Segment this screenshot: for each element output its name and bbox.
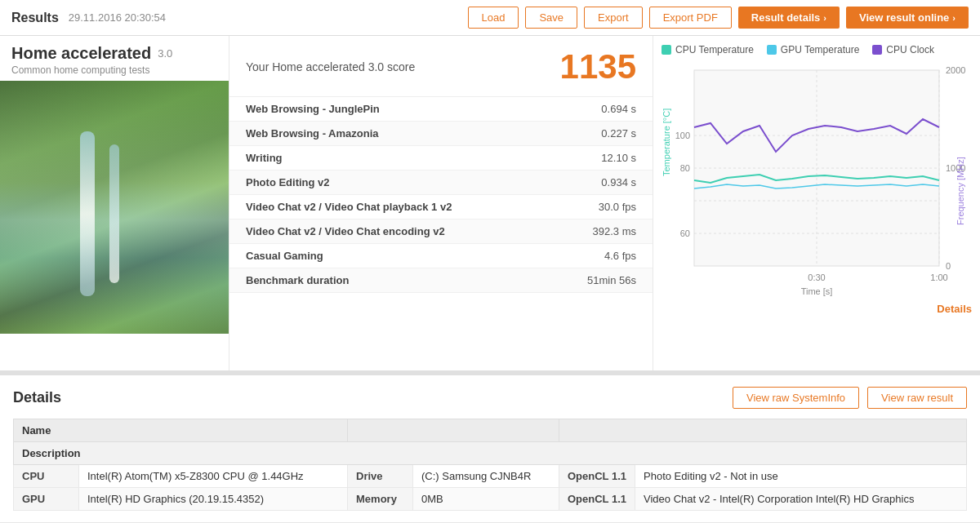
export-button[interactable]: Export <box>584 7 643 29</box>
load-button[interactable]: Load <box>468 7 519 29</box>
chart-svg: 100 80 60 2000 1000 0 0:30 1:00 Temperat… <box>662 62 972 299</box>
test-value: 4.6 fps <box>545 244 653 268</box>
top-section: Home accelerated 3.0 Common home computi… <box>0 36 980 370</box>
legend-item: CPU Temperature <box>662 44 754 55</box>
test-name: Writing <box>229 146 545 171</box>
middle-panel: Your Home accelerated 3.0 score 1135 Web… <box>229 36 653 370</box>
test-name: Benchmark duration <box>229 268 545 293</box>
drive-label: Drive <box>348 465 413 488</box>
chart-details-link[interactable]: Details <box>937 303 972 315</box>
legend-label: CPU Temperature <box>675 44 754 55</box>
details-section: Details View raw SystemInfo View raw res… <box>0 370 980 522</box>
score-value: 1135 <box>560 47 636 86</box>
svg-text:Temperature [°C]: Temperature [°C] <box>662 109 671 176</box>
legend-item: CPU Clock <box>872 44 934 55</box>
view-raw-result-button[interactable]: View raw result <box>867 387 967 409</box>
legend-label: CPU Clock <box>886 44 934 55</box>
score-header: Your Home accelerated 3.0 score 1135 <box>229 36 653 97</box>
svg-text:1:00: 1:00 <box>930 273 947 282</box>
test-row: Video Chat v2 / Video Chat playback 1 v2… <box>229 195 653 219</box>
test-row: Web Browsing - JunglePin0.694 s <box>229 97 653 122</box>
details-row: CPU Intel(R) Atom(TM) x5-Z8300 CPU @ 1.4… <box>14 465 967 488</box>
test-name: Video Chat v2 / Video Chat encoding v2 <box>229 219 545 244</box>
chart-panel: CPU TemperatureGPU TemperatureCPU Clock <box>653 36 980 370</box>
main-content: Home accelerated 3.0 Common home computi… <box>0 36 980 522</box>
test-value: 12.10 s <box>545 146 653 171</box>
svg-text:0: 0 <box>946 261 951 271</box>
results-title: Results <box>11 11 59 25</box>
result-details-button[interactable]: Result details › <box>738 7 840 29</box>
desc2-header <box>559 419 967 442</box>
opencl-label: OpenCL 1.1 <box>559 488 635 511</box>
drive-value: (C:) Samsung CJNB4R <box>413 465 559 488</box>
svg-text:2000: 2000 <box>946 65 965 75</box>
opencl-value: Video Chat v2 - Intel(R) Corporation Int… <box>635 488 967 511</box>
test-name: Web Browsing - Amazonia <box>229 122 545 146</box>
export-pdf-button[interactable]: Export PDF <box>649 7 732 29</box>
view-result-online-button[interactable]: View result online › <box>846 7 969 29</box>
results-date: 29.11.2016 20:30:54 <box>69 11 166 24</box>
test-value: 30.0 fps <box>545 195 653 219</box>
test-value: 392.3 ms <box>545 219 653 244</box>
test-value: 0.694 s <box>545 97 653 122</box>
test-row: Writing12.10 s <box>229 146 653 171</box>
cpu-label: CPU <box>14 465 79 488</box>
svg-text:Frequency [MHz]: Frequency [MHz] <box>956 157 965 225</box>
svg-text:60: 60 <box>680 228 690 238</box>
cpu-value: Intel(R) Atom(TM) x5-Z8300 CPU @ 1.44GHz <box>79 465 348 488</box>
cpu-value: Intel(R) HD Graphics (20.19.15.4352) <box>79 488 348 511</box>
test-value: 0.227 s <box>545 122 653 146</box>
description-header <box>348 419 559 442</box>
benchmark-image <box>0 81 229 334</box>
opencl-label: OpenCL 1.1 <box>559 465 635 488</box>
test-value: 51min 56s <box>545 268 653 293</box>
legend-color <box>872 45 882 55</box>
left-panel: Home accelerated 3.0 Common home computi… <box>0 36 229 370</box>
test-name: Photo Editing v2 <box>229 171 545 195</box>
test-row: Web Browsing - Amazonia0.227 s <box>229 122 653 146</box>
benchmark-description: Common home computing tests <box>11 64 217 76</box>
waterfall-graphic <box>0 81 229 334</box>
legend-item: GPU Temperature <box>767 44 860 55</box>
chart-legend: CPU TemperatureGPU TemperatureCPU Clock <box>662 44 972 55</box>
chart-area: 100 80 60 2000 1000 0 0:30 1:00 Temperat… <box>662 62 972 315</box>
top-bar: Results 29.11.2016 20:30:54 Load Save Ex… <box>0 0 980 36</box>
drive-value: 0MB <box>413 488 559 511</box>
svg-text:100: 100 <box>675 131 690 140</box>
drive-label: Memory <box>348 488 413 511</box>
test-row: Benchmark duration51min 56s <box>229 268 653 293</box>
details-buttons: View raw SystemInfo View raw result <box>733 387 967 409</box>
test-row: Photo Editing v20.934 s <box>229 171 653 195</box>
test-row: Casual Gaming4.6 fps <box>229 244 653 268</box>
legend-label: GPU Temperature <box>781 44 860 55</box>
chevron-right-icon: › <box>823 13 826 23</box>
svg-text:0:30: 0:30 <box>808 273 825 282</box>
save-button[interactable]: Save <box>525 7 577 29</box>
test-name: Web Browsing - JunglePin <box>229 97 545 122</box>
view-raw-sysinfo-button[interactable]: View raw SystemInfo <box>733 387 859 409</box>
details-info-table: Name Description CPU Intel(R) Atom(TM) x… <box>13 419 967 511</box>
description-row-header: Description <box>14 442 967 465</box>
test-name: Video Chat v2 / Video Chat playback 1 v2 <box>229 195 545 219</box>
opencl-value: Photo Editing v2 - Not in use <box>635 465 967 488</box>
details-row: GPU Intel(R) HD Graphics (20.19.15.4352)… <box>14 488 967 511</box>
test-value: 0.934 s <box>545 171 653 195</box>
legend-color <box>767 45 777 55</box>
cpu-label: GPU <box>14 488 79 511</box>
svg-text:80: 80 <box>680 163 690 173</box>
test-results-table: Web Browsing - JunglePin0.694 sWeb Brows… <box>229 97 653 293</box>
benchmark-title: Home accelerated 3.0 Common home computi… <box>0 36 229 81</box>
score-label: Your Home accelerated 3.0 score <box>246 60 415 73</box>
test-name: Casual Gaming <box>229 244 545 268</box>
chevron-right-icon: › <box>952 13 956 23</box>
name-header: Name <box>14 419 348 442</box>
benchmark-name: Home accelerated 3.0 <box>11 44 217 63</box>
legend-color <box>662 45 671 55</box>
benchmark-version: 3.0 <box>158 47 172 60</box>
details-header: Details View raw SystemInfo View raw res… <box>13 387 967 409</box>
svg-text:Time [s]: Time [s] <box>801 286 833 296</box>
test-row: Video Chat v2 / Video Chat encoding v239… <box>229 219 653 244</box>
details-title: Details <box>13 389 61 406</box>
